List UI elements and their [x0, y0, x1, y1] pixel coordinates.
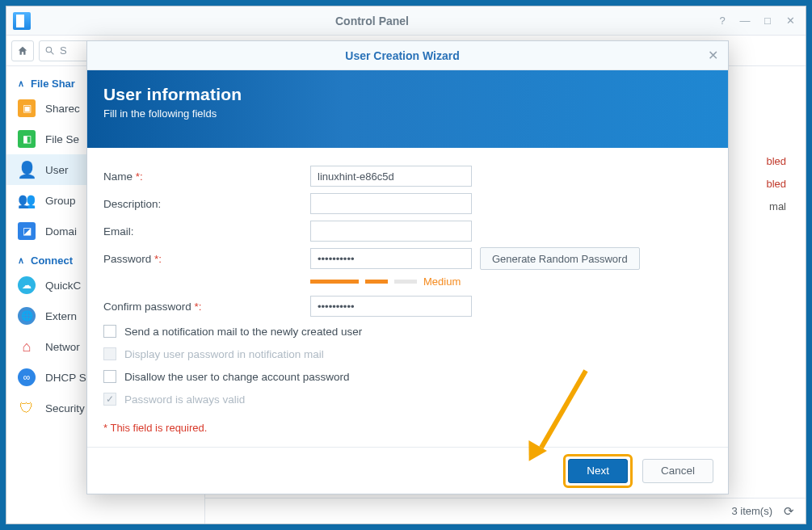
- disallow-change-label: Disallow the user to change account pass…: [124, 371, 349, 383]
- notify-checkbox[interactable]: [103, 325, 116, 338]
- svg-line-1: [51, 52, 53, 54]
- search-placeholder: S: [60, 44, 67, 57]
- email-input[interactable]: [310, 221, 472, 242]
- display-password-checkbox: [103, 347, 116, 360]
- confirm-password-input[interactable]: [310, 296, 472, 317]
- domain-icon: ◪: [18, 222, 36, 240]
- window-maximize-icon[interactable]: □: [759, 14, 776, 28]
- network-icon: ⌂: [18, 338, 36, 355]
- always-valid-label: Password is always valid: [124, 393, 245, 406]
- dialog-banner: User information Fill in the following f…: [87, 70, 728, 148]
- dialog-footer: Next Cancel: [87, 447, 728, 494]
- password-input[interactable]: [310, 248, 472, 269]
- window-help-icon[interactable]: ?: [713, 14, 731, 28]
- table-cell-status-1: bled: [766, 155, 786, 167]
- label-name: Name *:: [103, 170, 310, 183]
- label-password: Password *:: [103, 253, 310, 265]
- status-bar: 3 item(s) ⟳: [205, 498, 806, 524]
- group-icon: 👥: [18, 191, 36, 209]
- window-minimize-icon[interactable]: —: [736, 14, 754, 28]
- dialog-titlebar: User Creation Wizard ✕: [87, 41, 728, 70]
- password-strength-meter: Medium: [310, 276, 712, 288]
- chevron-up-icon: ∧: [18, 255, 24, 266]
- user-creation-wizard-dialog: User Creation Wizard ✕ User information …: [86, 40, 729, 494]
- generate-random-password-button[interactable]: Generate Random Password: [480, 247, 640, 270]
- strength-label: Medium: [423, 276, 461, 288]
- name-input[interactable]: [310, 166, 472, 187]
- cloud-icon: ☁: [18, 276, 36, 294]
- home-button[interactable]: [11, 40, 34, 61]
- window-title: Control Panel: [36, 15, 709, 27]
- dialog-heading: User information: [103, 85, 712, 104]
- dialog-title: User Creation Wizard: [97, 49, 708, 62]
- dialog-close-button[interactable]: ✕: [708, 48, 718, 63]
- cancel-button[interactable]: Cancel: [642, 459, 713, 483]
- item-count: 3 item(s): [731, 505, 772, 517]
- window-titlebar: Control Panel ? — □ ✕: [6, 6, 806, 36]
- svg-point-0: [46, 47, 52, 52]
- description-input[interactable]: [310, 193, 472, 214]
- file-services-icon: ◧: [18, 130, 36, 148]
- required-note: * This field is required.: [103, 422, 712, 434]
- app-icon: [13, 12, 31, 30]
- always-valid-checkbox: [103, 393, 116, 406]
- next-button[interactable]: Next: [568, 459, 628, 483]
- chevron-up-icon: ∧: [18, 78, 24, 89]
- strength-bar-3: [394, 280, 417, 284]
- disallow-change-checkbox[interactable]: [103, 370, 116, 383]
- notify-label: Send a notification mail to the newly cr…: [124, 326, 362, 338]
- window-close-icon[interactable]: ✕: [781, 14, 799, 28]
- shield-icon: 🛡: [18, 399, 36, 417]
- strength-bar-2: [365, 280, 388, 284]
- table-cell-status-3: mal: [769, 200, 786, 212]
- next-button-highlight: Next: [563, 454, 633, 488]
- dialog-body: Name *: Description: Email: Password *: …: [87, 148, 728, 447]
- globe-icon: 🌐: [18, 307, 36, 325]
- dhcp-icon: ∞: [18, 368, 36, 386]
- label-confirm-password: Confirm password *:: [103, 301, 310, 313]
- label-description: Description:: [103, 198, 310, 210]
- refresh-icon[interactable]: ⟳: [784, 504, 794, 519]
- user-icon: 👤: [18, 161, 36, 179]
- home-icon: [17, 45, 28, 57]
- table-cell-status-2: bled: [766, 178, 786, 190]
- folder-icon: ▣: [18, 99, 36, 117]
- dialog-subheading: Fill in the following fields: [103, 107, 712, 120]
- search-icon: [44, 45, 55, 56]
- label-email: Email:: [103, 225, 310, 238]
- display-password-label: Display user password in notification ma…: [124, 348, 324, 360]
- strength-bar-1: [310, 280, 359, 284]
